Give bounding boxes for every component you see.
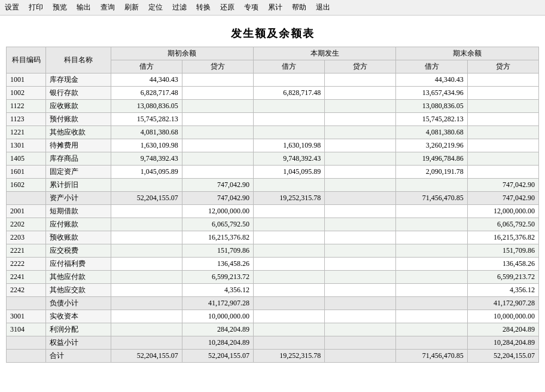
menu-item-12[interactable]: 帮助 bbox=[291, 2, 307, 13]
table-row: 权益小计10,284,204.8910,284,204.89 bbox=[7, 336, 539, 350]
table-cell: 6,065,792.50 bbox=[182, 218, 253, 231]
table-row: 2242其他应交款4,356.124,356.12 bbox=[7, 284, 539, 297]
table-cell: 12,000,000.00 bbox=[467, 205, 538, 218]
menu-item-8[interactable]: 转换 bbox=[195, 2, 212, 13]
menu-item-5[interactable]: 刷新 bbox=[123, 2, 140, 13]
table-cell: 6,599,213.72 bbox=[182, 271, 253, 284]
table-cell: 15,745,282.13 bbox=[111, 113, 182, 126]
table-cell: 应收账款 bbox=[46, 100, 111, 113]
table-cell: 实收资本 bbox=[46, 310, 111, 323]
table-cell bbox=[253, 310, 324, 323]
table-cell: 3,260,219.96 bbox=[396, 139, 467, 152]
table-cell: 747,042.90 bbox=[182, 192, 253, 205]
table-cell bbox=[253, 218, 324, 231]
table-cell: 71,456,470.85 bbox=[396, 192, 467, 205]
table-cell: 固定资产 bbox=[46, 166, 111, 179]
menu-item-9[interactable]: 还原 bbox=[219, 2, 236, 13]
table-cell: 应付福利费 bbox=[46, 258, 111, 271]
table-cell: 3001 bbox=[7, 310, 46, 323]
table-cell bbox=[111, 297, 182, 310]
table-cell: 1405 bbox=[7, 152, 46, 166]
table-cell bbox=[325, 284, 396, 297]
table-row: 2202应付账款6,065,792.506,065,792.50 bbox=[7, 218, 539, 231]
table-cell bbox=[325, 126, 396, 139]
table-cell: 10,284,204.89 bbox=[182, 336, 253, 350]
th-code: 科目编码 bbox=[7, 47, 46, 74]
table-cell bbox=[396, 205, 467, 218]
table-cell: 2222 bbox=[7, 258, 46, 271]
table-cell bbox=[253, 113, 324, 126]
table-cell bbox=[396, 179, 467, 192]
table-cell bbox=[111, 284, 182, 297]
table-cell: 12,000,000.00 bbox=[182, 205, 253, 218]
table-cell bbox=[467, 100, 538, 113]
menu-item-10[interactable]: 专项 bbox=[243, 2, 260, 13]
table-cell bbox=[325, 139, 396, 152]
table-cell: 1,045,095.89 bbox=[111, 166, 182, 179]
table-cell bbox=[396, 284, 467, 297]
table-row: 负债小计41,172,907.2841,172,907.28 bbox=[7, 297, 539, 310]
table-cell: 其他应付款 bbox=[46, 271, 111, 284]
table-row: 1001库存现金44,340.4344,340.43 bbox=[7, 74, 539, 87]
menu-item-6[interactable]: 定位 bbox=[147, 2, 164, 13]
table-row: 1602累计折旧747,042.90747,042.90 bbox=[7, 179, 539, 192]
table-row: 2001短期借款12,000,000.0012,000,000.00 bbox=[7, 205, 539, 218]
table-cell bbox=[325, 323, 396, 336]
menu-item-2[interactable]: 预览 bbox=[51, 2, 68, 13]
table-cell bbox=[253, 74, 324, 87]
table-row: 1601固定资产1,045,095.891,045,095.892,090,19… bbox=[7, 166, 539, 179]
table-cell: 2001 bbox=[7, 205, 46, 218]
table-cell bbox=[111, 323, 182, 336]
table-cell bbox=[182, 139, 253, 152]
table-cell bbox=[467, 126, 538, 139]
menu-item-11[interactable]: 累计 bbox=[267, 2, 284, 13]
table-cell bbox=[325, 152, 396, 166]
table-cell: 4,356.12 bbox=[467, 284, 538, 297]
table-cell bbox=[111, 244, 182, 258]
table-cell: 747,042.90 bbox=[467, 192, 538, 205]
table-cell: 2221 bbox=[7, 244, 46, 258]
table-cell: 4,356.12 bbox=[182, 284, 253, 297]
table-cell bbox=[182, 166, 253, 179]
menubar: 设置打印预览输出查询刷新定位过滤转换还原专项累计帮助退出 bbox=[0, 0, 545, 16]
table-cell: 1001 bbox=[7, 74, 46, 87]
table-cell: 应付账款 bbox=[46, 218, 111, 231]
table-cell: 1,630,109.98 bbox=[111, 139, 182, 152]
table-cell: 19,252,315.78 bbox=[253, 192, 324, 205]
menu-item-3[interactable]: 输出 bbox=[75, 2, 92, 13]
table-cell bbox=[396, 271, 467, 284]
th-eb-c: 贷方 bbox=[467, 60, 538, 74]
menu-item-4[interactable]: 查询 bbox=[99, 2, 116, 13]
table-cell: 1602 bbox=[7, 179, 46, 192]
table-cell bbox=[182, 152, 253, 166]
table-cell: 其他应交款 bbox=[46, 284, 111, 297]
table-cell: 52,204,155.07 bbox=[467, 350, 538, 363]
table-cell bbox=[396, 297, 467, 310]
menu-item-1[interactable]: 打印 bbox=[28, 2, 44, 13]
table-cell: 71,456,470.85 bbox=[396, 350, 467, 363]
table-cell: 权益小计 bbox=[46, 336, 111, 350]
table-cell: 136,458.26 bbox=[467, 258, 538, 271]
table-cell: 151,709.86 bbox=[182, 244, 253, 258]
table-cell bbox=[467, 152, 538, 166]
menu-item-7[interactable]: 过滤 bbox=[171, 2, 188, 13]
table-cell: 6,828,717.48 bbox=[111, 87, 182, 100]
table-row: 1122应收账款13,080,836.0513,080,836.05 bbox=[7, 100, 539, 113]
table-cell: 16,215,376.82 bbox=[467, 231, 538, 244]
table-cell bbox=[467, 166, 538, 179]
table-cell bbox=[325, 74, 396, 87]
table-cell: 6,599,213.72 bbox=[467, 271, 538, 284]
th-cur-d: 借方 bbox=[253, 60, 324, 74]
table-cell: 应交税费 bbox=[46, 244, 111, 258]
menu-item-0[interactable]: 设置 bbox=[4, 2, 20, 13]
table-cell: 284,204.89 bbox=[182, 323, 253, 336]
table-cell bbox=[396, 336, 467, 350]
table-cell bbox=[325, 192, 396, 205]
table-cell bbox=[253, 323, 324, 336]
menu-item-13[interactable]: 退出 bbox=[315, 2, 331, 13]
th-name: 科目名称 bbox=[46, 47, 111, 74]
table-cell: 2242 bbox=[7, 284, 46, 297]
table-cell: 短期借款 bbox=[46, 205, 111, 218]
table-row: 2241其他应付款6,599,213.726,599,213.72 bbox=[7, 271, 539, 284]
table-cell: 4,081,380.68 bbox=[396, 126, 467, 139]
